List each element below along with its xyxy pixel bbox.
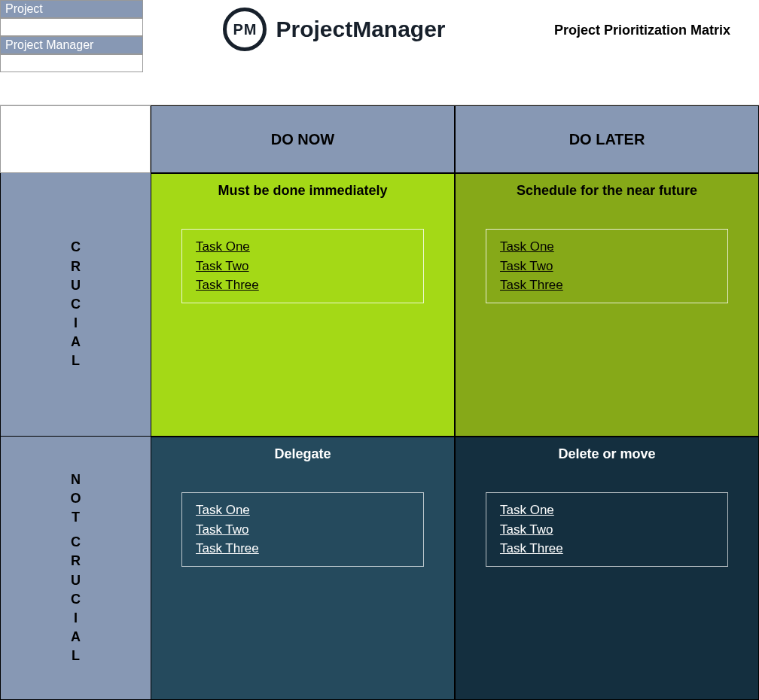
q3-subtitle: Delegate: [159, 445, 447, 462]
task-item[interactable]: Task One: [196, 501, 410, 520]
project-label: Project: [0, 0, 143, 18]
task-item[interactable]: Task Two: [500, 520, 714, 540]
col-header-do-later: DO LATER: [455, 105, 759, 173]
q3-task-box: Task OneTask TwoTask Three: [181, 492, 424, 567]
col-header-do-now: DO NOW: [151, 105, 455, 173]
q1-subtitle: Must be done immediately: [159, 181, 447, 199]
q2-task-box: Task OneTask TwoTask Three: [486, 229, 728, 303]
header-left: Project Project Manager: [0, 0, 143, 105]
task-item[interactable]: Task Two: [196, 257, 410, 276]
quadrant-do-later-crucial: Schedule for the near future Task OneTas…: [455, 173, 759, 437]
matrix-corner: [0, 105, 151, 173]
crucial-label: CRUCIAL: [71, 235, 81, 373]
task-item[interactable]: Task Two: [196, 520, 410, 540]
task-item[interactable]: Task One: [500, 237, 714, 257]
quadrant-do-now-crucial: Must be done immediately Task OneTask Tw…: [151, 173, 455, 437]
task-item[interactable]: Task Three: [500, 539, 714, 558]
task-item[interactable]: Task One: [196, 237, 410, 257]
priority-matrix: DO NOW DO LATER CRUCIAL Must be done imm…: [0, 105, 759, 700]
q2-subtitle: Schedule for the near future: [463, 181, 751, 199]
row-header-not-crucial: NOTCRUCIAL: [0, 437, 151, 700]
manager-label: Project Manager: [0, 36, 143, 54]
q4-task-box: Task OneTask TwoTask Three: [486, 492, 728, 567]
row-header-crucial: CRUCIAL: [0, 173, 151, 437]
task-item[interactable]: Task Three: [196, 539, 410, 558]
task-item[interactable]: Task Three: [500, 275, 714, 295]
quadrant-do-later-not-crucial: Delete or move Task OneTask TwoTask Thre…: [455, 437, 759, 700]
not-crucial-label: NOTCRUCIAL: [70, 467, 81, 669]
task-item[interactable]: Task One: [500, 501, 714, 520]
project-input[interactable]: [0, 18, 143, 36]
q1-task-box: Task OneTask TwoTask Three: [181, 229, 424, 303]
q4-subtitle: Delete or move: [463, 445, 751, 462]
header: Project Project Manager PM ProjectManage…: [0, 0, 759, 105]
logo-text: ProjectManager: [276, 17, 445, 42]
logo-icon: PM: [223, 8, 267, 51]
task-item[interactable]: Task Three: [196, 275, 410, 295]
task-item[interactable]: Task Two: [500, 257, 714, 276]
page-title: Project Prioritization Matrix: [526, 0, 759, 105]
manager-input[interactable]: [0, 54, 143, 72]
logo-area: PM ProjectManager: [143, 0, 526, 105]
quadrant-do-now-not-crucial: Delegate Task OneTask TwoTask Three: [151, 437, 455, 700]
